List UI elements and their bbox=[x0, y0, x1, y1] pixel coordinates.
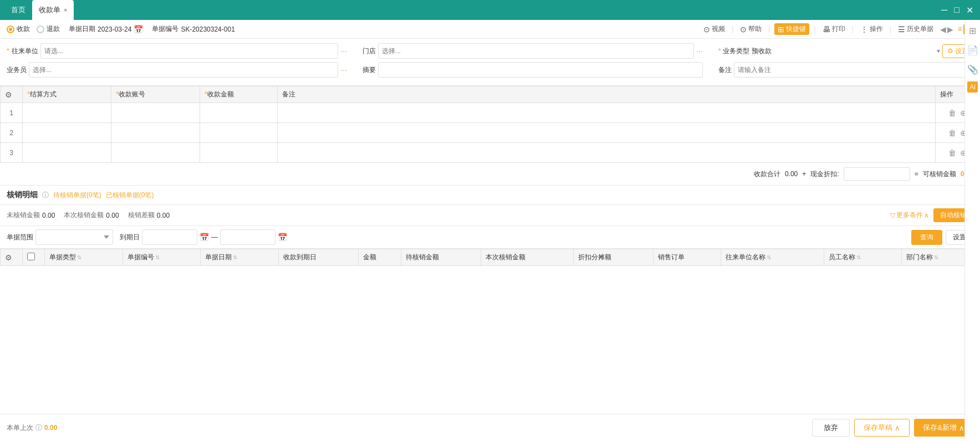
sidebar-document-icon[interactable]: 📄 bbox=[965, 43, 981, 58]
verification-info-icon[interactable]: ⓘ bbox=[42, 191, 49, 200]
date-value[interactable]: 2023-03-24 bbox=[98, 25, 131, 33]
receipt-tab-label: 收款单 bbox=[39, 5, 60, 15]
row-1-account[interactable] bbox=[111, 103, 200, 123]
sidebar-expand-icon[interactable]: Ai bbox=[967, 81, 978, 93]
receive-radio[interactable]: 收款 bbox=[7, 24, 30, 34]
date-from-calendar-icon[interactable]: 📅 bbox=[200, 233, 209, 242]
main-content: 收款 退款 单据日期 2023-03-24 📅 单据编号 SK-20230324… bbox=[0, 20, 980, 441]
video-btn[interactable]: ⊙ 视频 bbox=[701, 23, 727, 35]
unverified-label: 未核销金额 bbox=[7, 211, 40, 220]
summary-input[interactable] bbox=[378, 62, 703, 78]
range-field: 单据范围 bbox=[7, 229, 113, 245]
help-btn[interactable]: ⊙ 帮助 bbox=[738, 23, 764, 35]
shop-ellipsis-btn[interactable]: ··· bbox=[696, 47, 703, 55]
bottom-value: 0.00 bbox=[44, 424, 57, 432]
row-3-settlement[interactable] bbox=[23, 143, 111, 163]
date-calendar-icon[interactable]: 📅 bbox=[134, 25, 143, 34]
number-value[interactable]: SK-20230324-001 bbox=[181, 25, 234, 33]
operate-icon: ⋮ bbox=[860, 25, 868, 34]
row-2-settlement[interactable] bbox=[23, 123, 111, 143]
nav-next-icon[interactable]: ▶ bbox=[947, 25, 953, 34]
col-doc-type-header: 单据类型⇅ bbox=[45, 249, 123, 266]
verification-title: 核销明细 bbox=[7, 190, 38, 200]
bottom-label: 本单上次 bbox=[7, 423, 33, 433]
partner-field: * 往来单位 ··· bbox=[7, 43, 347, 59]
table-gear-icon[interactable]: ⚙ bbox=[5, 90, 12, 99]
save-draft-btn[interactable]: 保存草稿 ∧ bbox=[854, 419, 910, 437]
layout-list-icon[interactable]: ≡ bbox=[958, 24, 962, 34]
history-icon: ☰ bbox=[898, 25, 905, 34]
history-btn[interactable]: ☰ 历史单据 bbox=[896, 23, 936, 35]
date-field: 单据日期 2023-03-24 📅 bbox=[69, 24, 143, 34]
col-staff-name-header: 员工名称⇅ bbox=[824, 249, 902, 266]
partner-ellipsis-btn[interactable]: ··· bbox=[340, 47, 347, 55]
biz-type-required-mark: * bbox=[718, 47, 721, 55]
row-3-account[interactable] bbox=[111, 143, 200, 163]
receive-radio-dot bbox=[7, 25, 14, 33]
range-select[interactable] bbox=[35, 229, 113, 245]
window-close-icon[interactable]: ✕ bbox=[964, 4, 976, 17]
shortcut-btn[interactable]: ⊞ 快捷键 bbox=[774, 23, 809, 35]
save-new-label: 保存&新增 bbox=[923, 423, 957, 433]
row-3-amount[interactable] bbox=[200, 143, 278, 163]
row-3-remark[interactable] bbox=[278, 143, 936, 163]
col-remark-header: 备注 bbox=[278, 86, 936, 103]
select-all-checkbox[interactable] bbox=[27, 253, 35, 260]
video-icon: ⊙ bbox=[703, 25, 710, 34]
row-2-delete-icon[interactable]: 🗑 bbox=[948, 129, 956, 137]
col-amount-header: *收款金额 bbox=[200, 86, 278, 103]
diff-value: 0.00 bbox=[157, 212, 170, 219]
date-to-calendar-icon[interactable]: 📅 bbox=[278, 233, 287, 242]
date-range-field: 到期日 2022-04-01 📅 — 2022-04-12 📅 bbox=[120, 229, 287, 245]
shop-input[interactable] bbox=[378, 43, 694, 59]
discount-input[interactable] bbox=[844, 167, 910, 181]
history-label: 历史单据 bbox=[907, 24, 933, 34]
discount-label: 现金折扣: bbox=[810, 170, 839, 179]
shop-field: 门店 ··· bbox=[363, 43, 703, 59]
range-label: 单据范围 bbox=[7, 233, 33, 242]
close-tab-icon[interactable]: × bbox=[64, 7, 67, 13]
row-1-settlement[interactable] bbox=[23, 103, 111, 123]
window-minimize-icon[interactable]: ─ bbox=[939, 4, 950, 16]
window-restore-icon[interactable]: □ bbox=[952, 4, 962, 16]
operate-btn[interactable]: ⋮ 操作 bbox=[858, 23, 885, 35]
date-from-input[interactable]: 2022-04-01 bbox=[142, 229, 197, 245]
abandon-btn[interactable]: 放弃 bbox=[812, 419, 850, 437]
remark-input[interactable] bbox=[734, 62, 973, 78]
help-icon: ⊙ bbox=[740, 25, 747, 34]
shortcut-label: 快捷键 bbox=[786, 24, 806, 34]
print-btn[interactable]: 🖶 打印 bbox=[820, 23, 848, 35]
refund-radio-dot bbox=[37, 25, 44, 33]
col-amount-header: 金额 bbox=[359, 249, 401, 266]
bottom-table: ⚙ 单据类型⇅ 单据编号⇅ 单据日期⇅ 收款到期日 金额 待核销金额 本次核销金… bbox=[0, 249, 980, 266]
pending-link[interactable]: 待核销单据(0笔) bbox=[53, 191, 101, 200]
row-1-remark[interactable] bbox=[278, 103, 936, 123]
bottom-info-icon[interactable]: ⓘ bbox=[35, 423, 42, 433]
sidebar-table-icon[interactable]: ⊞ bbox=[967, 23, 978, 38]
row-2-remark[interactable] bbox=[278, 123, 936, 143]
query-btn[interactable]: 查询 bbox=[911, 230, 942, 245]
eq-label: = bbox=[915, 170, 918, 178]
staff-input[interactable] bbox=[29, 62, 338, 78]
biz-type-select[interactable]: 预收款 ▾ bbox=[752, 47, 940, 56]
more-filter-btn[interactable]: ▽ 更多条件 ∧ bbox=[890, 211, 929, 220]
sidebar-clip-icon[interactable]: 📎 bbox=[965, 62, 981, 77]
bottom-gear-icon[interactable]: ⚙ bbox=[5, 253, 12, 262]
row-1-amount[interactable] bbox=[200, 103, 278, 123]
biz-type-field: * 业务类型 预收款 ▾ ⚙ 设置 bbox=[718, 44, 973, 58]
date-to-input[interactable]: 2022-04-12 bbox=[220, 229, 275, 245]
row-3-delete-icon[interactable]: 🗑 bbox=[948, 148, 956, 157]
refund-radio[interactable]: 退款 bbox=[37, 24, 60, 34]
nav-tab-home[interactable]: 首页 bbox=[4, 0, 32, 20]
nav-prev-icon[interactable]: ◀ bbox=[940, 25, 946, 34]
nav-tab-receipt[interactable]: 收款单 × bbox=[32, 0, 74, 20]
operate-label: 操作 bbox=[870, 24, 883, 34]
row-1-delete-icon[interactable]: 🗑 bbox=[948, 109, 956, 117]
partner-input[interactable] bbox=[40, 43, 338, 59]
row-2-amount[interactable] bbox=[200, 123, 278, 143]
staff-ellipsis-btn[interactable]: ··· bbox=[340, 65, 347, 74]
summary-label: 摘要 bbox=[363, 65, 376, 75]
bottom-info: 本单上次 ⓘ 0.00 bbox=[7, 423, 57, 433]
row-2-account[interactable] bbox=[111, 123, 200, 143]
done-link[interactable]: 已核销单据(0笔) bbox=[106, 191, 154, 200]
